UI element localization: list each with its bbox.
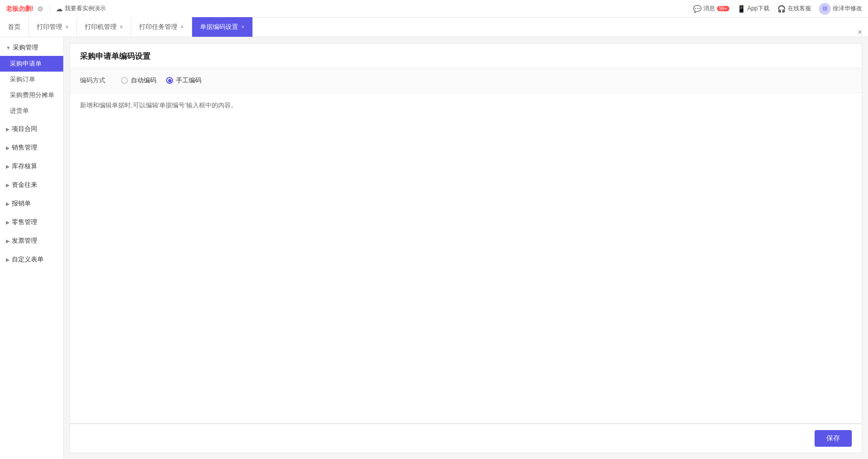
description-area: 新增和编辑单据时,可以编辑'单据编号'输入框中的内容。 <box>70 93 862 118</box>
page-close-button[interactable]: × <box>858 28 868 37</box>
manual-code-radio[interactable]: 手工编码 <box>166 76 201 85</box>
avatar: 徐 <box>819 3 831 15</box>
inventory-arrow <box>6 164 10 169</box>
coding-label: 编码方式 <box>80 76 105 85</box>
tab-single-code[interactable]: 单据编码设置 × <box>192 17 253 37</box>
sidebar-group-inventory: 库存核算 <box>0 158 63 175</box>
tab-single-code-close[interactable]: × <box>241 24 245 30</box>
sidebar-item-purchase-bill[interactable]: 采购订单 <box>0 72 63 87</box>
sidebar-group-custom-form: 自定义表单 <box>0 251 63 268</box>
project-contract-arrow <box>6 127 10 132</box>
top-bar-right: 消息 99+ App下载 在线客服 徐 徐泽华修改 <box>693 3 862 15</box>
online-service-item[interactable]: 在线客服 <box>777 4 811 13</box>
custom-form-label: 自定义表单 <box>12 255 44 264</box>
retail-arrow <box>6 220 10 225</box>
page-title-bar: 采购申请单编码设置 <box>70 44 862 68</box>
tab-printer-management-label: 打印机管理 <box>85 23 117 31</box>
settings-icon[interactable] <box>37 5 44 13</box>
invoice-label: 发票管理 <box>12 236 37 245</box>
bottom-bar: 保存 <box>70 424 862 453</box>
content-inner: 采购申请单编码设置 编码方式 自动编码 手工编码 新增和 <box>70 43 862 424</box>
auto-code-label: 自动编码 <box>131 76 156 85</box>
description-text: 新增和编辑单据时,可以编辑'单据编号'输入框中的内容。 <box>80 102 237 109</box>
sales-arrow <box>6 145 10 151</box>
sidebar-group-invoice: 发票管理 <box>0 232 63 249</box>
sidebar-group-retail-title[interactable]: 零售管理 <box>0 214 63 230</box>
message-label: 消息 <box>703 4 715 13</box>
sidebar-item-stock-in[interactable]: 进货单 <box>0 103 63 119</box>
message-badge: 99+ <box>717 6 729 11</box>
app-download-item[interactable]: App下载 <box>737 4 769 13</box>
sales-label: 销售管理 <box>12 143 37 152</box>
sidebar: 采购管理 采购申请单 采购订单 采购费用分摊单 进货单 项目合同 销售管理 库存… <box>0 37 64 459</box>
online-service-label: 在线客服 <box>788 4 811 13</box>
main-layout: 采购管理 采购申请单 采购订单 采购费用分摊单 进货单 项目合同 销售管理 库存… <box>0 37 868 459</box>
top-bar-left: 老板勿删! 我要看实例演示 <box>6 4 106 13</box>
divider <box>50 5 50 13</box>
sidebar-item-purchase-expense[interactable]: 采购费用分摊单 <box>0 87 63 103</box>
sidebar-group-procurement: 采购管理 采购申请单 采购订单 采购费用分摊单 进货单 <box>0 39 63 119</box>
app-download-label: App下载 <box>747 4 769 13</box>
coding-section: 编码方式 自动编码 手工编码 <box>70 68 862 93</box>
sidebar-group-retail: 零售管理 <box>0 214 63 230</box>
auto-code-radio[interactable]: 自动编码 <box>121 76 156 85</box>
returns-label: 报销单 <box>12 199 31 208</box>
content-area: 采购申请单编码设置 编码方式 自动编码 手工编码 新增和 <box>64 37 868 459</box>
sidebar-group-sales: 销售管理 <box>0 139 63 156</box>
manual-code-label: 手工编码 <box>176 76 201 85</box>
tab-print-task[interactable]: 打印任务管理 × <box>131 17 192 37</box>
inventory-label: 库存核算 <box>12 162 37 171</box>
procurement-arrow <box>6 45 11 51</box>
capital-arrow <box>6 182 10 188</box>
app-icon <box>737 5 745 13</box>
tab-bar: 首页 打印管理 × 打印机管理 × 打印任务管理 × 单据编码设置 × × <box>0 18 868 37</box>
returns-arrow <box>6 201 10 206</box>
page-title: 采购申请单编码设置 <box>80 52 150 60</box>
logo-text: 老板勿删! <box>6 4 33 13</box>
sidebar-group-invoice-title[interactable]: 发票管理 <box>0 232 63 249</box>
tab-print-management-close[interactable]: × <box>65 24 69 30</box>
sidebar-group-inventory-title[interactable]: 库存核算 <box>0 158 63 175</box>
invoice-arrow <box>6 238 10 244</box>
sidebar-group-project-contract-title[interactable]: 项目合同 <box>0 121 63 137</box>
tab-print-task-label: 打印任务管理 <box>139 23 177 31</box>
top-bar: 老板勿删! 我要看实例演示 消息 99+ App下载 在线客服 徐 徐泽华修改 <box>0 0 868 18</box>
sidebar-group-project-contract: 项目合同 <box>0 121 63 137</box>
radio-group: 自动编码 手工编码 <box>121 76 201 85</box>
content-spacer <box>70 118 862 423</box>
sidebar-group-sales-title[interactable]: 销售管理 <box>0 139 63 156</box>
auto-code-circle <box>121 77 128 84</box>
cloud-icon <box>56 5 63 13</box>
sidebar-group-returns: 报销单 <box>0 195 63 212</box>
sidebar-group-capital: 资金往来 <box>0 177 63 193</box>
message-icon <box>693 5 701 13</box>
manual-code-circle <box>166 77 173 84</box>
sidebar-group-returns-title[interactable]: 报销单 <box>0 195 63 212</box>
retail-label: 零售管理 <box>12 218 37 227</box>
custom-form-arrow <box>6 257 10 262</box>
sidebar-item-purchase-order[interactable]: 采购申请单 <box>0 56 63 72</box>
user-name: 徐泽华修改 <box>833 4 862 13</box>
project-contract-label: 项目合同 <box>12 125 37 133</box>
tab-single-code-label: 单据编码设置 <box>200 23 238 31</box>
service-icon <box>777 5 786 13</box>
demo-link[interactable]: 我要看实例演示 <box>56 4 106 13</box>
message-item[interactable]: 消息 99+ <box>693 4 729 13</box>
demo-label: 我要看实例演示 <box>65 4 106 13</box>
sidebar-group-capital-title[interactable]: 资金往来 <box>0 177 63 193</box>
tab-printer-management-close[interactable]: × <box>120 24 123 30</box>
tab-print-management-label: 打印管理 <box>37 23 62 31</box>
user-profile[interactable]: 徐 徐泽华修改 <box>819 3 862 15</box>
tab-home[interactable]: 首页 <box>0 17 29 37</box>
procurement-label: 采购管理 <box>13 43 38 52</box>
tab-print-management[interactable]: 打印管理 × <box>29 17 77 37</box>
tab-printer-management[interactable]: 打印机管理 × <box>77 17 131 37</box>
sidebar-group-custom-form-title[interactable]: 自定义表单 <box>0 251 63 268</box>
capital-label: 资金往来 <box>12 180 37 189</box>
sidebar-group-procurement-title[interactable]: 采购管理 <box>0 39 63 56</box>
tab-print-task-close[interactable]: × <box>180 24 184 30</box>
save-button[interactable]: 保存 <box>815 430 852 447</box>
tab-home-label: 首页 <box>8 23 21 31</box>
